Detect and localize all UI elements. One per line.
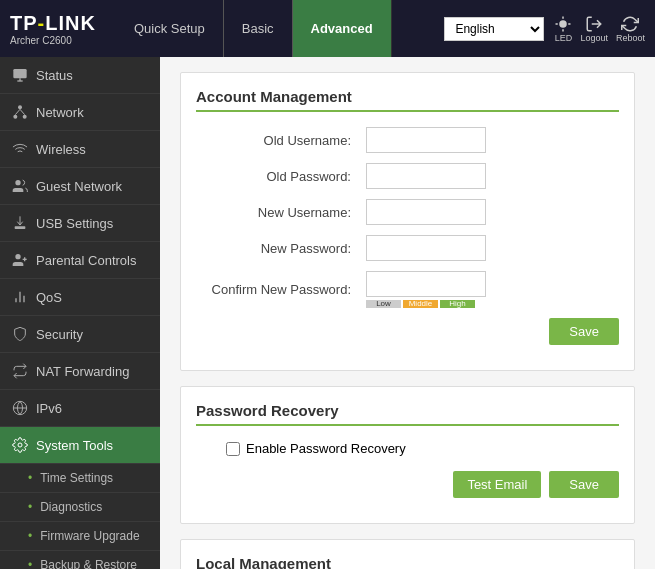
new-password-row: New Password: xyxy=(196,235,619,261)
password-recovery-title: Password Recovery xyxy=(196,402,619,426)
svg-point-0 xyxy=(560,20,568,28)
confirm-password-label: Confirm New Password: xyxy=(196,282,366,297)
svg-rect-14 xyxy=(15,226,26,229)
new-password-input[interactable] xyxy=(366,235,486,261)
header-right: English Chinese German LED Logout Reboot xyxy=(444,15,645,43)
subitem-label-diagnostics: Diagnostics xyxy=(40,500,102,514)
sidebar-label-wireless: Wireless xyxy=(36,142,86,157)
sidebar-item-system-tools[interactable]: System Tools xyxy=(0,427,160,464)
confirm-password-input[interactable] xyxy=(366,271,486,297)
sidebar-item-ipv6[interactable]: IPv6 xyxy=(0,390,160,427)
sidebar-subitem-diagnostics[interactable]: Diagnostics xyxy=(0,493,160,522)
svg-point-13 xyxy=(15,180,20,185)
account-management-section: Account Management Old Username: Old Pas… xyxy=(180,72,635,371)
confirm-password-row: Confirm New Password: Low Middle High xyxy=(196,271,619,308)
sidebar-item-parental-controls[interactable]: Parental Controls xyxy=(0,242,160,279)
enable-password-recovery-label[interactable]: Enable Password Recovery xyxy=(246,441,406,456)
old-username-label: Old Username: xyxy=(196,133,366,148)
svg-point-8 xyxy=(18,105,22,109)
brand-model: Archer C2600 xyxy=(10,35,96,46)
sidebar-subitem-time-settings[interactable]: Time Settings xyxy=(0,464,160,493)
logout-label: Logout xyxy=(580,33,608,43)
new-username-row: New Username: xyxy=(196,199,619,225)
sidebar-label-usb: USB Settings xyxy=(36,216,113,231)
sidebar-label-system-tools: System Tools xyxy=(36,438,113,453)
main-layout: Status Network Wireless Guest Network US… xyxy=(0,57,655,569)
password-recovery-section: Password Recovery Enable Password Recove… xyxy=(180,386,635,524)
nav-tabs: Quick Setup Basic Advanced xyxy=(116,0,445,57)
svg-point-15 xyxy=(15,254,20,259)
brand-logo: TP-LINK xyxy=(10,12,96,35)
sidebar-subitem-firmware-upgrade[interactable]: Firmware Upgrade xyxy=(0,522,160,551)
account-save-row: Save xyxy=(196,318,619,345)
sidebar-label-nat: NAT Forwarding xyxy=(36,364,129,379)
logo-area: TP-LINK Archer C2600 xyxy=(10,12,96,46)
content-area: Account Management Old Username: Old Pas… xyxy=(160,57,655,569)
svg-line-11 xyxy=(15,109,20,114)
sidebar-item-guest-network[interactable]: Guest Network xyxy=(0,168,160,205)
password-strength-bar: Low Middle High xyxy=(366,300,486,308)
sidebar-item-usb-settings[interactable]: USB Settings xyxy=(0,205,160,242)
old-password-label: Old Password: xyxy=(196,169,366,184)
old-username-row: Old Username: xyxy=(196,127,619,153)
sidebar-subitem-backup-restore[interactable]: Backup & Restore xyxy=(0,551,160,569)
local-management-section: Local Management Access for All LANConne… xyxy=(180,539,635,569)
sidebar-item-security[interactable]: Security xyxy=(0,316,160,353)
account-save-button[interactable]: Save xyxy=(549,318,619,345)
sidebar-label-guest-network: Guest Network xyxy=(36,179,122,194)
strength-high: High xyxy=(440,300,475,308)
header: TP-LINK Archer C2600 Quick Setup Basic A… xyxy=(0,0,655,57)
new-password-label: New Password: xyxy=(196,241,366,256)
sidebar-label-network: Network xyxy=(36,105,84,120)
reboot-label: Reboot xyxy=(616,33,645,43)
enable-password-recovery-checkbox[interactable] xyxy=(226,442,240,456)
new-username-label: New Username: xyxy=(196,205,366,220)
svg-point-9 xyxy=(13,115,17,119)
tab-advanced[interactable]: Advanced xyxy=(293,0,392,57)
header-icons: LED Logout Reboot xyxy=(554,15,645,43)
sidebar-label-security: Security xyxy=(36,327,83,342)
sidebar-label-status: Status xyxy=(36,68,73,83)
password-recovery-btn-row: Test Email Save xyxy=(196,471,619,498)
enable-password-recovery-row: Enable Password Recovery xyxy=(226,441,619,456)
language-select[interactable]: English Chinese German xyxy=(444,17,544,41)
strength-mid: Middle xyxy=(403,300,438,308)
reboot-icon-button[interactable]: Reboot xyxy=(616,15,645,43)
old-password-input[interactable] xyxy=(366,163,486,189)
logout-icon-button[interactable]: Logout xyxy=(580,15,608,43)
svg-rect-5 xyxy=(13,69,26,78)
led-label: LED xyxy=(555,33,573,43)
sidebar-item-network[interactable]: Network xyxy=(0,94,160,131)
account-management-title: Account Management xyxy=(196,88,619,112)
test-email-button[interactable]: Test Email xyxy=(453,471,541,498)
local-management-title: Local Management xyxy=(196,555,619,569)
tab-basic[interactable]: Basic xyxy=(224,0,293,57)
sidebar-item-nat-forwarding[interactable]: NAT Forwarding xyxy=(0,353,160,390)
sidebar-item-wireless[interactable]: Wireless xyxy=(0,131,160,168)
confirm-password-group: Low Middle High xyxy=(366,271,486,308)
subitem-label-backup: Backup & Restore xyxy=(40,558,137,569)
subitem-label-time: Time Settings xyxy=(40,471,113,485)
password-recovery-save-button[interactable]: Save xyxy=(549,471,619,498)
new-username-input[interactable] xyxy=(366,199,486,225)
old-password-row: Old Password: xyxy=(196,163,619,189)
led-icon-button[interactable]: LED xyxy=(554,15,572,43)
svg-line-12 xyxy=(20,109,25,114)
subitem-label-firmware: Firmware Upgrade xyxy=(40,529,139,543)
sidebar: Status Network Wireless Guest Network US… xyxy=(0,57,160,569)
tab-quick-setup[interactable]: Quick Setup xyxy=(116,0,224,57)
sidebar-item-qos[interactable]: QoS xyxy=(0,279,160,316)
strength-low: Low xyxy=(366,300,401,308)
sidebar-label-ipv6: IPv6 xyxy=(36,401,62,416)
sidebar-label-qos: QoS xyxy=(36,290,62,305)
svg-point-23 xyxy=(18,443,22,447)
svg-point-10 xyxy=(23,115,27,119)
sidebar-label-parental-controls: Parental Controls xyxy=(36,253,136,268)
old-username-input[interactable] xyxy=(366,127,486,153)
sidebar-item-status[interactable]: Status xyxy=(0,57,160,94)
